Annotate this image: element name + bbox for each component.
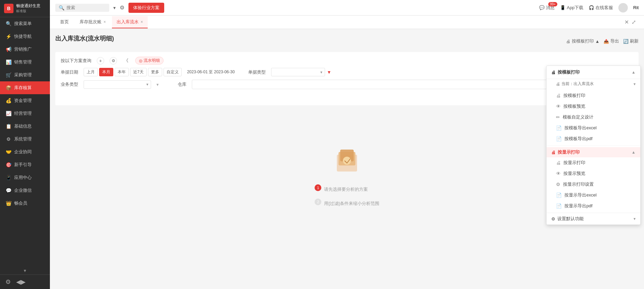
- sales-icon: 📊: [5, 59, 11, 65]
- app-download-btn[interactable]: 📱 App下载: [560, 5, 583, 11]
- window-close-btn[interactable]: ✕: [624, 19, 629, 25]
- sidebar-item-wechat[interactable]: 💬 企业微信: [0, 184, 50, 197]
- dp-item-template-export-pdf[interactable]: 📄 按模板导出pdf: [547, 133, 640, 144]
- dp-settings-row[interactable]: ⚙ 设置默认功能 ▾: [547, 213, 640, 225]
- filter-tag-item[interactable]: ◎ 流水明细: [135, 57, 164, 64]
- dp-item-template-print[interactable]: 🖨 按模板打印: [547, 90, 640, 101]
- sidebar-item-guide[interactable]: 🎯 新手引导: [0, 158, 50, 171]
- sidebar-item-basic[interactable]: 📋 基础信息: [0, 120, 50, 133]
- dp-current-arrow[interactable]: ▾: [634, 82, 636, 86]
- dp-item-template-export-excel[interactable]: 📄 按模板导出excel: [547, 123, 640, 133]
- business-type-wrap: [84, 80, 151, 89]
- date-btn-7days[interactable]: 近7天: [130, 68, 147, 76]
- page-title: 出入库流水(流水明细): [55, 34, 114, 43]
- dp-item-display-print[interactable]: 🖨 按显示打印: [547, 157, 640, 168]
- tab-batch-account[interactable]: 库存批次账 ×: [75, 16, 111, 28]
- sidebar-settings-btn[interactable]: ⚙: [5, 278, 11, 286]
- sidebar-item-sales[interactable]: 📊 销售管理: [0, 56, 50, 69]
- window-maximize-btn[interactable]: ⤢: [632, 19, 636, 25]
- dp-current-icon: 🖨: [556, 82, 560, 86]
- search-icon: 🔍: [5, 21, 11, 27]
- sidebar-scroll-down[interactable]: ▼: [0, 267, 50, 274]
- dp-pdf-icon-2: 📄: [556, 203, 562, 209]
- page-content: 出入库流水(流水明细) 🖨 按模板打印 ▲ 📤 导出 🔄 刷新: [50, 29, 644, 289]
- dp-item-template-design[interactable]: ✏ 模板自定义设计: [547, 112, 640, 123]
- export-btn[interactable]: 📤 导出: [604, 38, 619, 44]
- dp-excel-icon-1: 📄: [556, 125, 562, 131]
- dropdown-panel: 🖨 按模板打印 ▲ 🖨 当前：出入库流水 ▾ 🖨 按模板打印: [546, 65, 641, 225]
- user-avatar[interactable]: [618, 3, 628, 12]
- message-btn[interactable]: 💬 消息 99+: [539, 5, 555, 11]
- print-btn[interactable]: 🖨 按模板打印 ▲: [566, 38, 599, 44]
- sidebar-item-system[interactable]: ⚙ 系统管理: [0, 133, 50, 146]
- filter-add-btn[interactable]: +: [97, 57, 104, 64]
- online-service-btn[interactable]: 🎧 在线客服: [589, 5, 613, 11]
- sidebar-item-operations[interactable]: 📈 经营管理: [0, 107, 50, 120]
- membership-icon: 👑: [5, 200, 11, 206]
- topbar-gear-icon[interactable]: ⚙: [120, 4, 124, 11]
- doc-type-label: 单据类型: [248, 69, 266, 75]
- topbar-search-box[interactable]: 🔍: [55, 4, 109, 12]
- dp-header-chevron[interactable]: ▲: [632, 70, 636, 75]
- window-controls: ✕ ⤢: [624, 19, 639, 25]
- dp-section-2: 🖨 按显示打印 ▲ 🖨 按显示打印 👁 按显示预览 ⚙: [547, 146, 640, 213]
- business-type-select[interactable]: [84, 80, 151, 89]
- tab-bar: 首页 库存批次账 × 出入库流水 × ✕ ⤢: [50, 16, 644, 29]
- purchase-icon: 🛒: [5, 72, 11, 78]
- dp-print-icon-1: 🖨: [556, 93, 561, 98]
- user-name: Rit: [633, 5, 639, 10]
- dp-pdf-icon-1: 📄: [556, 136, 562, 141]
- empty-illustration: [330, 144, 364, 178]
- sidebar-item-finance[interactable]: 💰 资金管理: [0, 94, 50, 107]
- doc-type-select[interactable]: [271, 68, 325, 76]
- sidebar-item-search[interactable]: 🔍 搜索菜单: [0, 17, 50, 30]
- tab-inventory-flow[interactable]: 出入库流水 ×: [112, 16, 148, 28]
- date-btn-last-month[interactable]: 上月: [84, 68, 98, 76]
- step-2-text: 用[过滤]条件来缩小分析范围: [324, 201, 379, 207]
- date-range: 2023-06-01 至 2023-06-30: [187, 69, 235, 75]
- app-logo-icon: B: [4, 4, 13, 13]
- dp-item-display-export-pdf[interactable]: 📄 按显示导出pdf: [547, 201, 640, 211]
- step-row-2: 2 用[过滤]条件来缩小分析范围: [315, 197, 379, 207]
- app-brand: 畅捷通好生意 标准版: [16, 3, 40, 14]
- sidebar-item-quick-nav[interactable]: ⚡ 快捷导航: [0, 30, 50, 43]
- dp-current-label: 🖨 当前：出入库流水: [556, 81, 594, 87]
- dp-item-display-preview[interactable]: 👁 按显示预览: [547, 168, 640, 179]
- topbar-search-input[interactable]: [66, 5, 100, 10]
- filter-setting-btn[interactable]: ⚙: [110, 57, 117, 64]
- tab-close-flow[interactable]: ×: [141, 20, 143, 24]
- tab-home[interactable]: 首页: [55, 16, 74, 28]
- guide-icon: 🎯: [5, 162, 11, 168]
- tab-close-batch[interactable]: ×: [104, 20, 106, 24]
- headphone-icon: 🎧: [589, 5, 594, 10]
- doc-type-expand-icon[interactable]: ▾: [328, 69, 330, 75]
- date-btn-more[interactable]: 更多: [148, 68, 162, 76]
- date-btn-this-month[interactable]: 本月: [99, 68, 113, 76]
- filter-scheme-label: 按以下方案查询: [61, 58, 91, 64]
- dp-item-display-print-settings[interactable]: ⚙ 按显示打印设置: [547, 179, 640, 190]
- wechat-icon: 💬: [5, 187, 11, 193]
- step-1-text: 请先选择要分析的方案: [324, 186, 368, 192]
- dp-section2-header[interactable]: 🖨 按显示打印 ▲: [547, 147, 640, 157]
- sidebar-item-membership[interactable]: 👑 畅会员: [0, 197, 50, 210]
- trial-btn[interactable]: 体验行业方案: [128, 3, 164, 13]
- refresh-btn[interactable]: 🔄 刷新: [623, 38, 639, 44]
- sidebar-item-collab[interactable]: 🤝 企业协同: [0, 146, 50, 158]
- date-btn-this-year[interactable]: 本年: [115, 68, 129, 76]
- sidebar-item-app-center[interactable]: 📱 应用中心: [0, 171, 50, 184]
- sidebar-item-marketing[interactable]: 📢 营销推广: [0, 43, 50, 56]
- dp-item-display-export-excel[interactable]: 📄 按显示导出excel: [547, 190, 640, 201]
- step-2-num: 2: [315, 199, 321, 205]
- dp-item-template-preview[interactable]: 👁 按模板预览: [547, 101, 640, 112]
- filter-collapse-btn[interactable]: 《: [122, 57, 130, 64]
- sidebar-item-inventory[interactable]: 📦 库存核算: [0, 81, 50, 94]
- dp-section2-title: 🖨 按显示打印: [551, 149, 580, 155]
- sidebar-collapse-btn[interactable]: ◀▶: [16, 278, 26, 286]
- date-btn-custom[interactable]: 自定义: [164, 68, 182, 76]
- sidebar-item-purchase[interactable]: 🛒 采购管理: [0, 69, 50, 81]
- topbar-dropdown-arrow[interactable]: ▾: [113, 5, 116, 10]
- sidebar: B 畅捷通好生意 标准版 🔍 搜索菜单 ⚡ 快捷导航 📢 营销推广 📊: [0, 0, 50, 289]
- business-dropdown-icon[interactable]: ▾: [156, 82, 159, 87]
- dp-preview-icon-2: 👁: [556, 171, 561, 176]
- message-badge: 99+: [548, 2, 557, 6]
